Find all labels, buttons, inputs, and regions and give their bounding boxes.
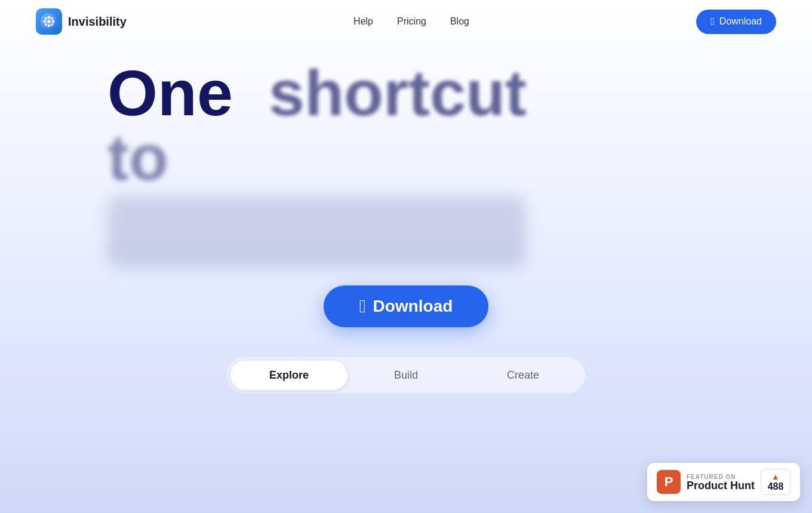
svg-point-2	[48, 24, 51, 27]
hero-line-two: to	[107, 125, 705, 190]
logo-icon	[36, 8, 62, 35]
download-section:  Download	[0, 285, 812, 327]
tab-create[interactable]: Create	[465, 361, 582, 390]
product-hunt-text: FEATURED ON Product Hunt	[687, 474, 755, 491]
hero-blurred-content	[107, 196, 525, 268]
ph-featured-label: FEATURED ON	[687, 474, 755, 480]
tabs-section: Explore Build Create	[0, 357, 812, 394]
nav-download-button[interactable]:  Download	[696, 10, 776, 34]
svg-point-4	[52, 20, 55, 23]
hero-line-one: One shortcut	[107, 61, 705, 125]
ph-upvote-arrow: ▲	[771, 472, 780, 481]
navbar: Invisibility Help Pricing Blog  Downloa…	[0, 0, 812, 43]
svg-point-7	[45, 23, 48, 26]
brand-name: Invisibility	[68, 15, 127, 29]
apple-icon-large: 	[359, 296, 366, 317]
svg-point-3	[44, 20, 47, 23]
main-download-label: Download	[373, 297, 453, 316]
svg-point-9	[47, 20, 51, 23]
hero-section: One shortcut to	[0, 61, 812, 268]
ph-votes-container: ▲ 488	[761, 469, 791, 495]
svg-point-1	[48, 16, 51, 19]
tab-explore[interactable]: Explore	[230, 361, 347, 390]
svg-point-8	[51, 23, 54, 26]
svg-point-6	[51, 17, 54, 20]
apple-icon: 	[710, 16, 715, 28]
nav-download-label: Download	[719, 16, 762, 27]
product-hunt-badge[interactable]: P FEATURED ON Product Hunt ▲ 488	[647, 463, 800, 501]
product-hunt-logo: P	[657, 470, 681, 494]
hero-word-shortcut: shortcut	[269, 57, 527, 129]
main-download-button[interactable]:  Download	[324, 285, 489, 327]
nav-blog[interactable]: Blog	[450, 16, 469, 27]
tabs-container: Explore Build Create	[227, 357, 585, 394]
nav-help[interactable]: Help	[353, 16, 373, 27]
hero-word-one: One	[107, 57, 233, 129]
svg-point-5	[45, 17, 48, 20]
nav-links: Help Pricing Blog	[353, 16, 469, 27]
logo-area[interactable]: Invisibility	[36, 8, 127, 35]
ph-vote-count: 488	[768, 481, 784, 492]
tab-build[interactable]: Build	[347, 361, 465, 390]
nav-pricing[interactable]: Pricing	[397, 16, 426, 27]
ph-name-label: Product Hunt	[687, 480, 755, 491]
